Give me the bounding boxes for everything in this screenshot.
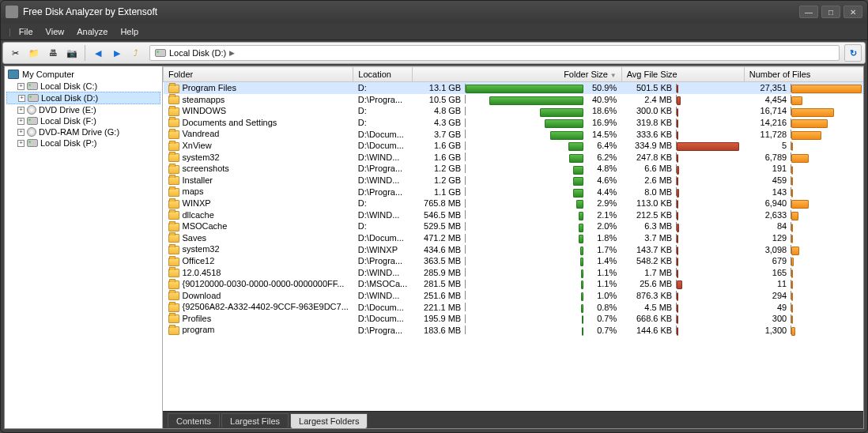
minimize-button[interactable]: —	[799, 6, 818, 18]
tool-print-icon[interactable]: 🖶	[44, 44, 62, 62]
folder-icon	[168, 107, 179, 116]
folder-name: program	[183, 325, 215, 334]
tree-root[interactable]: My Computer	[6, 68, 160, 81]
table-row[interactable]: InstallerD:\WIND...1.2 GB4.6%2.6 MB459	[164, 175, 864, 186]
folder-icon	[168, 85, 179, 93]
size-cell: 1.2 GB4.6%	[412, 175, 621, 186]
num-cell: 27,351	[744, 82, 863, 94]
tab-contents[interactable]: Contents	[168, 413, 220, 428]
avg-cell: 6.6 MB	[621, 163, 744, 175]
folder-name: Office12	[183, 256, 215, 265]
menu-analyze[interactable]: Analyze	[70, 25, 114, 38]
expander-icon[interactable]: +	[17, 107, 25, 114]
location-cell: D:\Docum...	[353, 128, 412, 140]
expander-icon[interactable]: +	[17, 118, 25, 125]
table-row[interactable]: ProfilesD:\Docum...195.9 MB0.7%668.6 KB3…	[164, 313, 864, 325]
tab-largest-folders[interactable]: Largest Folders	[290, 413, 368, 428]
menu-help[interactable]: Help	[114, 25, 145, 38]
col-location[interactable]: Location	[353, 67, 412, 82]
folder-grid[interactable]: Folder Location Folder Size▼ Avg File Si…	[163, 66, 863, 411]
table-row[interactable]: screenshotsD:\Progra...1.2 GB4.8%6.6 MB1…	[164, 163, 864, 175]
tool-cut-icon[interactable]: ✂	[6, 44, 24, 62]
num-cell: 165	[744, 267, 863, 279]
nav-up-button[interactable]: ⤴	[127, 44, 145, 62]
table-row[interactable]: Office12D:\Progra...363.5 MB1.4%548.2 KB…	[164, 255, 864, 267]
expander-icon[interactable]: +	[17, 140, 25, 147]
num-cell: 5	[744, 140, 863, 152]
expander-icon[interactable]: +	[17, 83, 25, 90]
table-row[interactable]: dllcacheD:\WIND...546.5 MB2.1%212.5 KB2,…	[164, 209, 864, 221]
tree-node-1[interactable]: +Local Disk (D:)	[6, 92, 160, 104]
folder-name: {92506A82-A332-4402-9CCF-963E9DC7...	[183, 302, 349, 311]
size-cell: 281.5 MB1.1%	[412, 278, 621, 290]
menu-view[interactable]: View	[40, 25, 71, 38]
drive-tree[interactable]: My Computer +Local Disk (C:)+Local Disk …	[5, 66, 163, 428]
num-cell: 459	[744, 175, 863, 186]
table-row[interactable]: MSOCacheD:529.5 MB2.0%6.3 MB84	[164, 220, 864, 232]
num-cell: 84	[744, 220, 863, 232]
location-cell: D:\WIND...	[353, 290, 412, 302]
table-row[interactable]: SavesD:\Docum...471.2 MB1.8%3.7 MB129	[164, 232, 864, 244]
avg-cell: 334.9 MB	[621, 140, 744, 152]
table-row[interactable]: {92506A82-A332-4402-9CCF-963E9DC7...D:\D…	[164, 301, 864, 313]
menu-file[interactable]: File	[13, 25, 40, 38]
table-row[interactable]: system32D:\WIND...1.6 GB6.2%247.8 KB6,78…	[164, 152, 864, 164]
table-row[interactable]: Program FilesD:13.1 GB50.9%501.5 KB27,35…	[164, 82, 864, 94]
table-row[interactable]: {90120000-0030-0000-0000-0000000FF...D:\…	[164, 278, 864, 290]
num-cell: 679	[744, 255, 863, 267]
folder-icon	[168, 314, 179, 323]
table-row[interactable]: DownloadD:\WIND...251.6 MB1.0%876.3 KB29…	[164, 290, 864, 302]
table-row[interactable]: WINXPD:765.8 MB2.9%113.0 KB6,940	[164, 198, 864, 209]
table-row[interactable]: mapsD:\Progra...1.1 GB4.4%8.0 MB143	[164, 186, 864, 198]
folder-name: Vandread	[183, 129, 220, 138]
size-cell: 363.5 MB1.4%	[412, 255, 621, 267]
col-folder[interactable]: Folder	[164, 67, 353, 82]
nav-forward-button[interactable]: ▶	[108, 44, 126, 62]
expander-icon[interactable]: +	[17, 129, 25, 136]
folder-icon	[168, 246, 179, 254]
tree-node-0[interactable]: +Local Disk (C:)	[6, 81, 160, 92]
tree-node-5[interactable]: +Local Disk (P:)	[6, 137, 160, 149]
col-size[interactable]: Folder Size▼	[412, 67, 621, 82]
table-row[interactable]: programD:\Progra...183.6 MB0.7%144.6 KB1…	[164, 324, 864, 336]
table-row[interactable]: WINDOWSD:4.8 GB18.6%300.0 KB16,714	[164, 105, 864, 117]
nav-back-button[interactable]: ◀	[89, 44, 107, 62]
avg-cell: 4.5 MB	[621, 301, 744, 313]
breadcrumb[interactable]: Local Disk (D:) ▶	[149, 45, 840, 61]
table-row[interactable]: steamappsD:\Progra...10.5 GB40.9%2.4 MB4…	[164, 94, 864, 106]
refresh-button[interactable]: ↻	[844, 44, 862, 62]
num-cell: 294	[744, 290, 863, 302]
avg-cell: 144.6 KB	[621, 324, 744, 336]
tool-folder-icon[interactable]: 📁	[25, 44, 43, 62]
maximize-button[interactable]: □	[821, 6, 840, 18]
col-avg[interactable]: Avg File Size	[621, 67, 744, 82]
table-row[interactable]: 12.0.4518D:\WIND...285.9 MB1.1%1.7 MB165	[164, 267, 864, 279]
folder-name: Saves	[183, 233, 207, 243]
expander-icon[interactable]: +	[18, 95, 25, 102]
folder-icon	[168, 281, 179, 289]
titlebar[interactable]: Free Disk Analyzer by Extensoft — □ ✕	[1, 1, 867, 23]
size-cell: 1.2 GB4.8%	[412, 163, 621, 175]
folder-name: Documents and Settings	[183, 118, 277, 127]
size-cell: 183.6 MB0.7%	[412, 324, 621, 336]
folder-icon	[168, 96, 179, 104]
tab-largest-files[interactable]: Largest Files	[221, 413, 289, 428]
tree-node-2[interactable]: +DVD Drive (E:)	[6, 104, 160, 115]
num-cell: 191	[744, 163, 863, 175]
table-row[interactable]: Documents and SettingsD:4.3 GB16.9%319.8…	[164, 117, 864, 129]
table-row[interactable]: VandreadD:\Docum...3.7 GB14.5%333.6 KB11…	[164, 128, 864, 140]
num-cell: 14,216	[744, 117, 863, 129]
table-row[interactable]: XnViewD:\Docum...1.6 GB6.4%334.9 MB5	[164, 140, 864, 152]
size-cell: 529.5 MB2.0%	[412, 220, 621, 232]
tree-node-3[interactable]: +Local Disk (F:)	[6, 115, 160, 126]
drive-icon	[27, 139, 38, 147]
avg-cell: 333.6 KB	[621, 128, 744, 140]
table-row[interactable]: system32D:\WINXP434.6 MB1.7%143.7 KB3,09…	[164, 243, 864, 255]
tree-node-4[interactable]: +DVD-RAM Drive (G:)	[6, 126, 160, 137]
dvd-icon	[27, 127, 36, 137]
tree-root-label: My Computer	[22, 70, 74, 79]
col-num[interactable]: Number of Files	[744, 67, 863, 82]
close-button[interactable]: ✕	[843, 6, 862, 18]
location-cell: D:\Progra...	[353, 94, 412, 106]
tool-camera-icon[interactable]: 📷	[63, 44, 81, 62]
